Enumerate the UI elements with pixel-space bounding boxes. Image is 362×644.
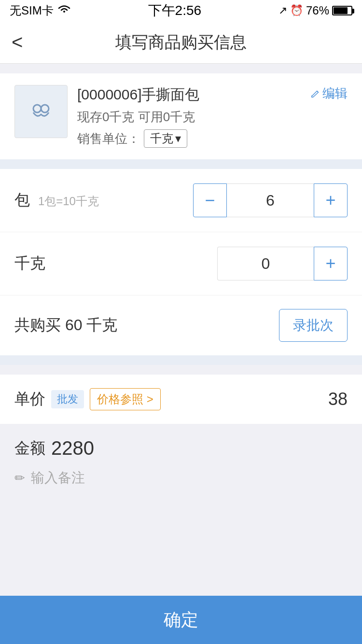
- price-type-badge: 批发: [51, 390, 84, 408]
- kg-label: 千克: [14, 253, 208, 274]
- status-right: ↗ ⏰ 76%: [278, 4, 352, 17]
- section-divider-1: [0, 159, 362, 169]
- back-button[interactable]: <: [12, 31, 23, 53]
- time-display: 下午2:56: [148, 1, 202, 20]
- alarm-icon: ⏰: [290, 4, 303, 17]
- bao-label: 包 1包=10千克: [14, 190, 183, 211]
- product-stock: 现存0千克 可用0千克: [77, 109, 348, 126]
- bao-minus-button[interactable]: −: [193, 183, 227, 217]
- unit-dropdown[interactable]: 千克 ▾: [144, 129, 187, 148]
- price-value: 38: [328, 389, 348, 409]
- edit-button[interactable]: 编辑: [311, 85, 348, 102]
- quantity-section: 包 1包=10千克 − + 千克 +: [0, 169, 362, 295]
- product-title: [0000006]手撕面包: [77, 85, 199, 105]
- kg-input[interactable]: [217, 247, 314, 280]
- amount-row: 金额 2280: [14, 437, 348, 459]
- location-icon: ↗: [278, 4, 287, 17]
- bao-controls: − +: [193, 183, 348, 217]
- product-thumbnail: [14, 85, 68, 138]
- bao-input[interactable]: [227, 183, 314, 217]
- wifi-icon: [57, 4, 71, 17]
- product-unit: 销售单位： 千克 ▾: [77, 129, 348, 148]
- kg-plus-button[interactable]: +: [314, 247, 348, 280]
- bao-input-row: 包 1包=10千克 − +: [0, 169, 362, 232]
- bao-plus-button[interactable]: +: [314, 183, 348, 217]
- amount-value: 2280: [51, 437, 94, 459]
- bao-hint: 1包=10千克: [38, 195, 99, 208]
- price-label: 单价: [14, 389, 45, 410]
- total-amount: 60: [65, 316, 83, 334]
- status-left: 无SIM卡: [10, 3, 71, 18]
- total-text: 共购买 60 千克: [14, 315, 117, 336]
- kg-input-row: 千克 +: [0, 232, 362, 295]
- remark-placeholder: 输入备注: [31, 469, 85, 487]
- status-bar: 无SIM卡 下午2:56 ↗ ⏰ 76%: [0, 0, 362, 21]
- price-section: 单价 批发 价格参照 > 38: [0, 375, 362, 424]
- total-row: 共购买 60 千克 录批次: [0, 295, 362, 355]
- amount-section: 金额 2280 ✏ 输入备注: [0, 424, 362, 501]
- svg-point-1: [41, 105, 49, 112]
- record-batch-button[interactable]: 录批次: [279, 309, 348, 342]
- pencil-icon: ✏: [14, 471, 25, 486]
- price-left: 单价 批发 价格参照 >: [14, 388, 161, 410]
- svg-point-0: [33, 105, 41, 112]
- battery-percent: 76%: [306, 4, 329, 17]
- confirm-button[interactable]: 确定: [0, 596, 362, 644]
- battery-icon: [332, 6, 352, 15]
- nav-bar: < 填写商品购买信息: [0, 21, 362, 64]
- kg-controls: +: [217, 247, 348, 280]
- amount-label: 金额: [14, 438, 45, 459]
- page-title: 填写商品购买信息: [115, 31, 247, 54]
- price-ref-button[interactable]: 价格参照 >: [90, 388, 161, 410]
- product-card: [0000006]手撕面包 编辑 现存0千克 可用0千克 销售单位： 千克 ▾: [0, 73, 362, 159]
- product-info: [0000006]手撕面包 编辑 现存0千克 可用0千克 销售单位： 千克 ▾: [77, 85, 348, 148]
- section-divider-2: [0, 355, 362, 365]
- carrier-label: 无SIM卡: [10, 3, 54, 18]
- remark-row[interactable]: ✏ 输入备注: [14, 469, 348, 487]
